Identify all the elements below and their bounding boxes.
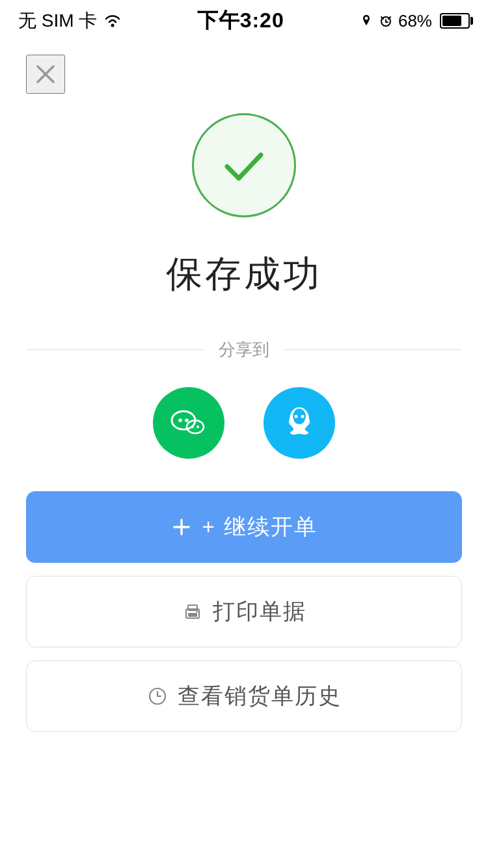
svg-point-6	[178, 418, 182, 422]
divider-left	[26, 349, 206, 350]
location-icon	[359, 14, 373, 28]
battery-percent: 68%	[398, 11, 432, 31]
svg-point-7	[185, 418, 189, 422]
share-section: 分享到	[26, 338, 462, 459]
success-icon-circle	[192, 113, 296, 217]
alarm-icon	[379, 14, 393, 28]
action-buttons: + 继续开单 打印单据 查看销货单历史	[26, 491, 462, 732]
continue-button[interactable]: + 继续开单	[26, 491, 462, 563]
status-bar: 无 SIM 卡 下午3:20 68%	[0, 0, 488, 42]
success-title: 保存成功	[166, 250, 322, 299]
svg-point-15	[289, 418, 294, 426]
sim-label: 无 SIM 卡	[18, 8, 97, 33]
wechat-share-button[interactable]	[153, 387, 224, 459]
status-right: 68%	[359, 11, 470, 31]
print-button[interactable]: 打印单据	[26, 576, 462, 647]
history-icon	[146, 685, 169, 707]
svg-point-16	[305, 418, 310, 426]
share-icons	[26, 387, 462, 459]
continue-label: + 继续开单	[202, 512, 317, 542]
wifi-icon	[103, 14, 122, 28]
svg-point-20	[301, 431, 308, 435]
svg-point-14	[301, 415, 305, 418]
svg-point-1	[364, 17, 368, 20]
checkmark-icon	[218, 139, 270, 191]
battery-icon	[440, 13, 470, 29]
svg-point-26	[197, 611, 198, 613]
status-time: 下午3:20	[197, 7, 284, 35]
share-label: 分享到	[219, 338, 269, 361]
qq-icon	[278, 402, 320, 444]
status-left: 无 SIM 卡	[18, 8, 122, 33]
qq-share-button[interactable]	[264, 387, 335, 459]
svg-point-13	[295, 415, 298, 418]
plus-icon	[170, 516, 193, 538]
svg-point-9	[191, 426, 194, 428]
main-content: 保存成功 分享到	[0, 42, 488, 758]
svg-rect-25	[188, 613, 197, 617]
svg-point-10	[197, 426, 199, 428]
share-divider: 分享到	[26, 338, 462, 361]
wechat-icon	[168, 402, 210, 444]
close-icon	[34, 62, 57, 86]
printer-icon	[182, 601, 204, 623]
divider-right	[282, 349, 462, 350]
history-button[interactable]: 查看销货单历史	[26, 660, 462, 732]
svg-point-19	[290, 431, 298, 435]
close-button[interactable]	[26, 55, 65, 94]
svg-point-0	[111, 24, 115, 27]
history-label: 查看销货单历史	[178, 681, 342, 711]
print-label: 打印单据	[213, 597, 306, 627]
